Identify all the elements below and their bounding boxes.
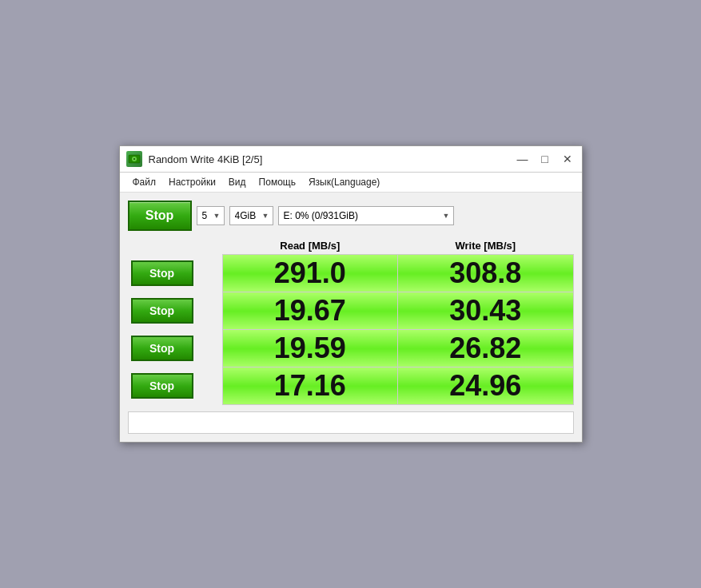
table-row: Stop17.1624.96 (128, 368, 574, 405)
write-value-0: 308.8 (398, 255, 573, 292)
stop-button-cell-1: Stop (128, 292, 223, 330)
stop-button-0[interactable]: Stop (131, 260, 193, 286)
menu-file[interactable]: Файл (126, 174, 163, 190)
menu-language[interactable]: Язык(Language) (302, 174, 386, 190)
content-area: Stop 5 3 1 4GiB 1GiB 2GiB E: 0% (0/931Gi… (120, 193, 582, 442)
maximize-button[interactable]: □ (537, 151, 553, 167)
svg-point-2 (133, 158, 135, 160)
menu-bar: Файл Настройки Вид Помощь Язык(Language) (120, 173, 582, 193)
title-bar-left: Random Write 4KiB [2/5] (126, 151, 263, 167)
top-controls: Stop 5 3 1 4GiB 1GiB 2GiB E: 0% (0/931Gi… (128, 201, 574, 231)
col-header-write: Write [MB/s] (398, 237, 573, 255)
stop-button-3[interactable]: Stop (131, 373, 193, 399)
table-row: Stop19.5926.82 (128, 330, 574, 368)
results-table: Read [MB/s] Write [MB/s] Stop291.0308.8S… (128, 237, 574, 405)
menu-settings[interactable]: Настройки (162, 174, 222, 190)
read-value-2: 19.59 (222, 330, 397, 368)
write-value-3: 24.96 (398, 368, 573, 405)
menu-view[interactable]: Вид (222, 174, 253, 190)
main-window: Random Write 4KiB [2/5] — □ ✕ Файл Настр… (119, 145, 583, 443)
status-bar (128, 411, 574, 434)
read-value-3: 17.16 (222, 368, 397, 405)
close-button[interactable]: ✕ (560, 151, 576, 167)
write-value-2: 26.82 (398, 330, 573, 368)
stop-button-cell-2: Stop (128, 330, 223, 368)
stop-button-cell-3: Stop (128, 368, 223, 405)
window-title: Random Write 4KiB [2/5] (149, 153, 263, 165)
menu-help[interactable]: Помощь (253, 174, 302, 190)
minimize-button[interactable]: — (515, 151, 531, 167)
read-value-0: 291.0 (222, 255, 397, 292)
drive-select-wrapper: E: 0% (0/931GiB) (278, 206, 454, 225)
table-row: Stop19.6730.43 (128, 292, 574, 330)
stop-button-cell-0: Stop (128, 255, 223, 292)
count-select[interactable]: 5 3 1 (197, 206, 225, 225)
app-icon (126, 151, 142, 167)
window-controls: — □ ✕ (515, 151, 576, 167)
drive-select[interactable]: E: 0% (0/931GiB) (278, 206, 454, 225)
main-stop-button[interactable]: Stop (128, 201, 192, 231)
size-select-wrapper: 4GiB 1GiB 2GiB (229, 206, 273, 225)
write-value-1: 30.43 (398, 292, 573, 330)
col-header-empty (128, 237, 223, 255)
col-header-read: Read [MB/s] (222, 237, 397, 255)
read-value-1: 19.67 (222, 292, 397, 330)
count-select-wrapper: 5 3 1 (197, 206, 225, 225)
stop-button-2[interactable]: Stop (131, 336, 193, 361)
size-select[interactable]: 4GiB 1GiB 2GiB (229, 206, 273, 225)
stop-button-1[interactable]: Stop (131, 298, 193, 324)
title-bar: Random Write 4KiB [2/5] — □ ✕ (120, 146, 582, 173)
table-row: Stop291.0308.8 (128, 255, 574, 292)
